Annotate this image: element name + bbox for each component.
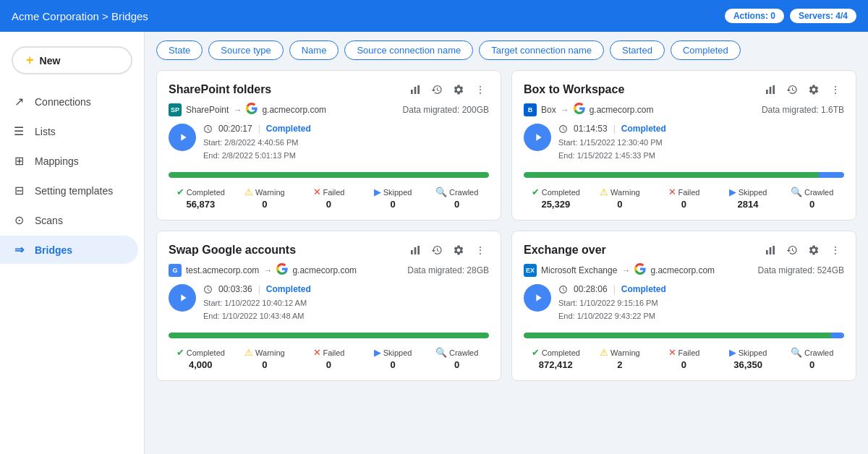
sidebar-item-lists[interactable]: ☰ Lists (0, 117, 138, 145)
failed-icon: ✕ (668, 347, 676, 358)
play-button[interactable] (169, 124, 196, 151)
warning-icon: ⚠ (244, 347, 253, 358)
skipped-icon: ▶ (729, 187, 736, 197)
history-icon[interactable] (783, 81, 801, 98)
sidebar-item-scans[interactable]: ⊙ Scans (0, 206, 138, 234)
stat-failed: ✕ Failed 0 (652, 187, 716, 210)
stats-row: ✔ Completed 56,873 ⚠ Warning 0 ✕ Failed … (169, 187, 489, 210)
stat-label-completed: Completed (542, 188, 580, 197)
stat-label-skipped: Skipped (739, 188, 767, 197)
stat-label-completed: Completed (542, 348, 580, 357)
topbar: Acme Corporation > Bridges Actions: 0 Se… (0, 0, 868, 32)
google-icon (246, 103, 258, 116)
play-button[interactable] (524, 124, 551, 151)
more-icon[interactable]: ⋮ (827, 241, 844, 259)
filter-source-connection-name[interactable]: Source connection name (344, 40, 473, 60)
crawled-icon: 🔍 (791, 347, 802, 358)
filter-source-type[interactable]: Source type (208, 40, 283, 60)
source-type-icon: SP (169, 103, 182, 116)
arrow-icon: → (621, 265, 630, 275)
run-status: Completed (266, 284, 311, 294)
stat-completed: ✔ Completed 25,329 (524, 187, 588, 210)
run-info: 00:28:06 | Completed Start: 1/10/2022 9:… (558, 284, 844, 328)
stats-icon[interactable] (762, 81, 779, 98)
arrow-icon: → (561, 105, 569, 115)
sidebar-item-connections[interactable]: ↗ Connections (0, 87, 138, 116)
settings-icon[interactable] (450, 241, 467, 259)
run-status: Completed (621, 124, 666, 134)
svg-rect-5 (773, 85, 775, 94)
new-button-label: New (40, 55, 61, 67)
stat-label-skipped: Skipped (739, 348, 767, 357)
stat-value-skipped: 2814 (738, 199, 759, 210)
sidebar-label-bridges: Bridges (35, 244, 72, 256)
stats-icon[interactable] (407, 241, 424, 259)
stat-label-completed: Completed (187, 348, 225, 357)
history-icon[interactable] (428, 241, 446, 259)
stat-completed: ✔ Completed 56,873 (169, 187, 233, 210)
source-type-icon: G (169, 264, 182, 277)
svg-rect-8 (417, 246, 420, 254)
settings-icon[interactable] (450, 81, 467, 98)
more-icon[interactable]: ⋮ (827, 81, 844, 98)
stat-value-warning: 0 (262, 359, 267, 370)
timer-value: 00:20:17 (218, 124, 252, 134)
stats-icon[interactable] (762, 241, 779, 259)
bridge-card-bridge-1: SharePoint folders ⋮ SP SharePoint → (156, 70, 501, 220)
data-migrated: Data migrated: 200GB (403, 105, 489, 115)
svg-rect-4 (770, 87, 772, 94)
settings-icon[interactable] (805, 241, 822, 259)
more-icon[interactable]: ⋮ (472, 241, 489, 259)
stat-value-failed: 0 (681, 359, 686, 370)
actions-badge[interactable]: Actions: 0 (725, 9, 784, 23)
settings-icon[interactable] (805, 81, 822, 98)
stat-value-failed: 0 (681, 199, 686, 210)
history-icon[interactable] (783, 241, 801, 259)
warning-icon: ⚠ (244, 187, 253, 197)
stat-label-warning: Warning (610, 188, 640, 197)
history-icon[interactable] (428, 81, 446, 98)
stat-value-failed: 0 (326, 359, 331, 370)
sidebar-item-setting-templates[interactable]: ⊟ Setting templates (0, 176, 138, 205)
filter-target-connection-name[interactable]: Target connection name (479, 40, 604, 60)
sidebar-item-mappings[interactable]: ⊞ Mappings (0, 147, 138, 175)
stat-label-failed: Failed (323, 348, 345, 357)
content-area: State Source type Name Source connection… (145, 32, 868, 454)
servers-badge[interactable]: Servers: 4/4 (790, 9, 856, 23)
stat-skipped: ▶ Skipped 0 (361, 187, 425, 210)
stats-icon[interactable] (407, 81, 424, 98)
run-info: 00:20:17 | Completed Start: 2/8/2022 4:4… (203, 124, 489, 168)
data-migrated: Data migrated: 524GB (758, 265, 844, 275)
source-label: test.acmecorp.com (186, 265, 259, 275)
svg-rect-6 (411, 250, 413, 254)
arrow-icon: → (263, 265, 272, 275)
more-icon[interactable]: ⋮ (472, 81, 489, 98)
svg-rect-2 (417, 85, 420, 94)
stat-value-crawled: 0 (809, 199, 814, 210)
play-button[interactable] (169, 284, 196, 312)
filter-name[interactable]: Name (289, 40, 339, 60)
stat-crawled: 🔍 Crawled 0 (780, 347, 844, 370)
filter-started[interactable]: Started (610, 40, 665, 60)
card-action-icons: ⋮ (407, 241, 489, 259)
bridge-title: SharePoint folders (169, 83, 271, 96)
stat-warning: ⚠ Warning 0 (233, 347, 297, 370)
svg-rect-11 (773, 246, 775, 254)
sidebar-item-bridges[interactable]: ⇒ Bridges (0, 236, 138, 264)
filter-state[interactable]: State (156, 40, 203, 60)
bridge-card-bridge-3: Swap Google accounts ⋮ G test.acmecorp.c… (156, 231, 501, 381)
filter-completed[interactable]: Completed (671, 40, 741, 60)
bridge-title: Box to Workspace (524, 83, 624, 96)
bridges-icon: ⇒ (12, 243, 26, 257)
warning-icon: ⚠ (600, 347, 608, 358)
new-button[interactable]: + New (12, 46, 132, 74)
stat-label-skipped: Skipped (383, 188, 412, 197)
crawled-icon: 🔍 (435, 187, 447, 197)
stat-warning: ⚠ Warning 0 (233, 187, 297, 210)
stat-label-crawled: Crawled (449, 188, 478, 197)
stat-value-crawled: 0 (454, 359, 459, 370)
stat-failed: ✕ Failed 0 (297, 347, 361, 370)
svg-rect-10 (770, 247, 772, 254)
mappings-icon: ⊞ (12, 154, 26, 168)
play-button[interactable] (524, 284, 551, 312)
